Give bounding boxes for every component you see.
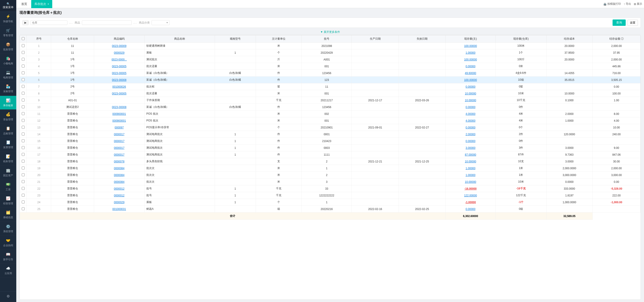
row-stock-main-3[interactable]: 0.00000: [446, 63, 496, 70]
goods-input[interactable]: [84, 21, 130, 24]
row-checkbox-24[interactable]: [20, 206, 27, 213]
row-checkbox-12[interactable]: [20, 124, 27, 131]
row-goods-code-14[interactable]: 0000017: [94, 138, 144, 144]
row-goods-code-2[interactable]: 0023-0000...: [94, 56, 144, 63]
sidebar-item-ecom-mgmt[interactable]: 💻电商管理: [0, 68, 16, 82]
row-goods-code-8[interactable]: [94, 97, 144, 104]
row-goods-code-5[interactable]: 0023-00008: [94, 77, 144, 83]
select-all-checkbox[interactable]: [22, 37, 25, 40]
row-stock-main-23[interactable]: -1.00000: [446, 199, 496, 206]
row-stock-main-17[interactable]: 10.00000: [446, 158, 496, 165]
row-stock-main-9[interactable]: 0.00000: [446, 104, 496, 111]
category-select[interactable]: [152, 20, 170, 25]
row-stock-main-8[interactable]: 10.00000: [446, 97, 496, 104]
row-goods-code-4[interactable]: 0023-00005: [94, 70, 144, 77]
row-stock-main-7[interactable]: 10.00000: [446, 90, 496, 97]
row-goods-code-13[interactable]: 0000017: [94, 131, 144, 138]
sidebar-item-hr[interactable]: 💵工资: [0, 180, 16, 194]
row-stock-main-19[interactable]: 1.00000: [446, 172, 496, 179]
row-checkbox-7[interactable]: [20, 90, 27, 97]
col-checkbox[interactable]: [20, 35, 27, 43]
row-checkbox-1[interactable]: [20, 49, 27, 56]
row-checkbox-14[interactable]: [20, 138, 27, 144]
row-checkbox-19[interactable]: [20, 172, 27, 179]
row-goods-code-17[interactable]: 0000078: [94, 158, 144, 165]
row-checkbox-23[interactable]: [20, 199, 27, 206]
row-stock-main-22[interactable]: 122.00000: [446, 192, 496, 199]
sidebar-item-mini-ecom[interactable]: 🛍️小额电商: [0, 54, 16, 68]
sidebar-item-enterprise[interactable]: 🤝企业协同: [0, 236, 16, 250]
row-goods-code-12[interactable]: 000097: [94, 124, 144, 131]
expand-more-btn[interactable]: ▼ 展开更多条件: [320, 30, 340, 34]
sidebar-item-sys-mgmt[interactable]: ⚙️系统管理: [0, 222, 16, 236]
sidebar-item-ops-mgmt[interactable]: 📈经营管理: [0, 194, 16, 208]
print-btn[interactable]: 🖨️ 按模版打印: [603, 2, 621, 6]
row-goods-code-0[interactable]: 0023-00009: [94, 43, 144, 49]
goods-filter[interactable]: [82, 20, 132, 25]
row-stock-main-10[interactable]: 4.00000: [446, 111, 496, 117]
sidebar-item-batch-mgmt[interactable]: 📦批发管理: [0, 40, 16, 54]
row-checkbox-17[interactable]: [20, 158, 27, 165]
tab-close-btn[interactable]: ×: [48, 3, 49, 6]
sidebar-settings[interactable]: ⚙: [0, 291, 16, 302]
row-checkbox-2[interactable]: [20, 56, 27, 63]
row-stock-main-1[interactable]: 1.00000: [446, 49, 496, 56]
row-goods-code-20[interactable]: 0000084: [94, 179, 144, 185]
search-button[interactable]: 查询: [612, 20, 626, 26]
sidebar-item-general-mgmt[interactable]: 📋总账管理: [0, 124, 16, 138]
sidebar-item-new-guide[interactable]: 📖新手引导: [0, 250, 16, 264]
sidebar-item-inventory[interactable]: 📊库存核算: [0, 96, 16, 110]
row-checkbox-15[interactable]: [20, 144, 27, 151]
export-btn[interactable]: ↑ 导出: [624, 2, 631, 6]
row-stock-main-24[interactable]: 0.00000: [446, 206, 496, 213]
sidebar-item-purchase-mgmt[interactable]: 🏪采购管理: [0, 82, 16, 96]
set-columns-button[interactable]: 设置: [628, 20, 638, 26]
filter-expand-btn[interactable]: ▶: [22, 20, 28, 25]
row-checkbox-22[interactable]: [20, 192, 27, 199]
row-checkbox-18[interactable]: [20, 165, 27, 172]
row-stock-main-0[interactable]: 100.00000: [446, 43, 496, 49]
tab-home[interactable]: 首页: [18, 0, 30, 8]
warehouse-input[interactable]: [32, 21, 66, 24]
tab-active[interactable]: 库存批次 ×: [31, 0, 52, 8]
row-checkbox-16[interactable]: [20, 151, 27, 158]
sidebar-item-invoice-mgmt[interactable]: 🧾发票管理: [0, 138, 16, 152]
row-goods-code-7[interactable]: 0023-00005: [94, 90, 144, 97]
sidebar-item-tax-mgmt[interactable]: 📝税务管理: [0, 152, 16, 166]
row-goods-code-11[interactable]: 000900001: [94, 117, 144, 124]
row-checkbox-3[interactable]: [20, 63, 27, 70]
row-checkbox-8[interactable]: [20, 97, 27, 104]
row-checkbox-5[interactable]: [20, 77, 27, 83]
row-stock-main-11[interactable]: 4.00000: [446, 117, 496, 124]
row-stock-main-6[interactable]: 0.00000: [446, 83, 496, 90]
row-stock-main-20[interactable]: 10.00000: [446, 179, 496, 185]
row-goods-code-22[interactable]: 0000012: [94, 192, 144, 199]
row-checkbox-20[interactable]: [20, 179, 27, 185]
sidebar-item-base-info[interactable]: 🗂️基础信息: [0, 208, 16, 222]
sidebar-item-asset-mgmt[interactable]: 💰资金管理: [0, 110, 16, 124]
sidebar-item-fixed-assets[interactable]: 🏢固定资产: [0, 166, 16, 180]
warehouse-filter[interactable]: [30, 20, 68, 25]
row-stock-main-5[interactable]: 100.00000: [446, 77, 496, 83]
row-stock-main-18[interactable]: 1.00000: [446, 165, 496, 172]
row-goods-code-6[interactable]: 001000026: [94, 83, 144, 90]
row-stock-main-14[interactable]: 0.00000: [446, 138, 496, 144]
row-goods-code-10[interactable]: 000900001: [94, 111, 144, 117]
row-goods-code-19[interactable]: 0000084: [94, 172, 144, 179]
row-goods-code-24[interactable]: 001000031: [94, 206, 144, 213]
row-goods-code-3[interactable]: 0023-00005: [94, 63, 144, 70]
toggle-btn[interactable]: ⊞ 展示: [634, 2, 642, 6]
row-stock-main-16[interactable]: 87.00000: [446, 151, 496, 158]
row-goods-code-18[interactable]: 0000084: [94, 165, 144, 172]
row-checkbox-13[interactable]: [20, 131, 27, 138]
row-checkbox-11[interactable]: [20, 117, 27, 124]
row-goods-code-1[interactable]: 0000029: [94, 49, 144, 56]
row-stock-main-13[interactable]: 2.00000: [446, 131, 496, 138]
row-stock-main-12[interactable]: 0.00000: [446, 124, 496, 131]
row-stock-main-15[interactable]: 3.00000: [446, 144, 496, 151]
row-stock-main-4[interactable]: 49.60000: [446, 70, 496, 77]
row-stock-main-2[interactable]: 100.00000: [446, 56, 496, 63]
row-checkbox-4[interactable]: [20, 70, 27, 77]
sidebar-item-sales-mgmt[interactable]: 🛒零售管理: [0, 26, 16, 40]
row-checkbox-10[interactable]: [20, 111, 27, 117]
